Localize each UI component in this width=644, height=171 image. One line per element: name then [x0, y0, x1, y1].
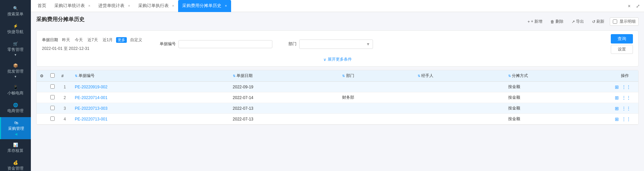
- export-button[interactable]: ↗ 导出: [569, 17, 587, 26]
- edit-icon[interactable]: ⋮⋮: [622, 84, 631, 90]
- retail-icon: 🛒: [13, 41, 18, 46]
- add-label: + 新增: [531, 19, 542, 24]
- chevron-down-icon: ▼: [14, 53, 17, 57]
- select-all-checkbox[interactable]: [50, 73, 55, 78]
- close-icon[interactable]: ×: [225, 4, 227, 8]
- sidebar-item-finance[interactable]: 💰 资金管理: [0, 157, 31, 171]
- table-body: 1 PE-20220919-002 2022-09-19 按金额 ⊞ ⋮⋮ 2 …: [37, 82, 638, 124]
- sidebar-item-ecommerce[interactable]: 🌐 电商管理: [0, 99, 31, 117]
- sidebar-item-label: 搜索菜单: [7, 11, 23, 17]
- row-gear-cell: [37, 82, 47, 92]
- row-bill-no-cell[interactable]: PE-20220919-002: [71, 82, 229, 92]
- handler-th[interactable]: ⇅ 经手人: [414, 70, 505, 82]
- sort-icon: ⇅: [342, 74, 345, 78]
- view-icon[interactable]: ⊞: [615, 95, 619, 100]
- row-split-method-cell: 按金额: [505, 82, 611, 92]
- data-table: ⚙ # ⇅ 单据编号 ⇅ 单据日期: [36, 70, 639, 125]
- edit-icon[interactable]: ⋮⋮: [622, 116, 631, 122]
- delete-button[interactable]: 🗑 删除: [548, 17, 566, 26]
- row-date-cell: 2022-07-13: [229, 114, 339, 124]
- row-checkbox[interactable]: [50, 106, 55, 110]
- purchase-icon: 🛍: [14, 120, 18, 125]
- row-split-method-cell: 按金额: [505, 92, 611, 103]
- close-icon[interactable]: ×: [88, 4, 90, 8]
- expand-more-button[interactable]: ∨ 展开更多条件: [321, 56, 355, 63]
- table-row: 4 PE-20220713-001 2022-07-13 按金额 ⊞ ⋮⋮: [37, 114, 638, 124]
- row-split-method-cell: 按金额: [505, 114, 611, 124]
- num-th: #: [58, 70, 71, 82]
- month-shortcut[interactable]: 近1月: [101, 37, 114, 43]
- maximize-button[interactable]: ⤢: [635, 3, 641, 9]
- sidebar-item-search[interactable]: 🔍 搜索菜单: [0, 3, 31, 20]
- yesterday-shortcut[interactable]: 昨天: [61, 37, 71, 43]
- show-cols-checkbox[interactable]: [613, 19, 617, 24]
- more-shortcut[interactable]: 更多: [116, 37, 127, 43]
- toolbar: + + 新增 🗑 删除 ↗ 导出 ↺ 刷新 显示明细: [525, 17, 639, 26]
- chevron-down-icon: ▼: [14, 75, 17, 78]
- settings-button[interactable]: 设置: [611, 45, 633, 54]
- close-icon[interactable]: ×: [172, 4, 174, 8]
- tab-label: 采购订单执行表: [138, 3, 169, 9]
- tab-label: 进货单统计表: [98, 3, 124, 9]
- refresh-button[interactable]: ↺ 刷新: [589, 17, 607, 26]
- edit-icon[interactable]: ⋮⋮: [622, 95, 631, 100]
- col-label: 单据编号: [78, 73, 95, 78]
- table-row: 3 PE-20220713-003 2022-07-13 按金额 ⊞ ⋮⋮: [37, 103, 638, 114]
- row-handler-cell: [414, 114, 505, 124]
- sidebar-item-purchase[interactable]: 🛍 采购管理 ◀: [0, 117, 31, 139]
- split-method-th[interactable]: ⇅ 分摊方式: [505, 70, 611, 82]
- sidebar: 🔍 搜索菜单 ⚡ 快捷导航 🛒 零售管理 ▼ 📦 批发管理 ▼ 📱 小畅电商 🌐…: [0, 0, 31, 171]
- expand-label: 展开更多条件: [328, 57, 352, 62]
- sidebar-item-wholesale[interactable]: 📦 批发管理 ▼: [0, 60, 31, 82]
- today-shortcut[interactable]: 今天: [73, 37, 84, 43]
- gear-icon[interactable]: ⚙: [40, 74, 44, 78]
- tab-home[interactable]: 首页: [34, 0, 50, 12]
- table-header: ⚙ # ⇅ 单据编号 ⇅ 单据日期: [37, 70, 638, 82]
- sidebar-item-label: 小畅电商: [7, 90, 23, 96]
- row-bill-no-cell[interactable]: PE-20220713-001: [71, 114, 229, 124]
- bill-no-label: 单据编号: [160, 41, 176, 47]
- query-button[interactable]: 查询: [611, 34, 633, 44]
- row-bill-no-cell[interactable]: PE-20220713-003: [71, 103, 229, 114]
- row-checkbox[interactable]: [50, 116, 55, 121]
- ecommerce-icon: 🌐: [13, 103, 18, 107]
- bill-no-th[interactable]: ⇅ 单据编号: [71, 70, 229, 82]
- dept-select[interactable]: ▼: [299, 39, 373, 49]
- add-button[interactable]: + + 新增: [525, 17, 545, 26]
- row-dept-cell: [339, 114, 414, 124]
- close-icon[interactable]: ×: [128, 4, 130, 8]
- add-icon: +: [528, 19, 530, 24]
- date-th[interactable]: ⇅ 单据日期: [229, 70, 339, 82]
- view-icon[interactable]: ⊞: [615, 106, 619, 111]
- tab-purchase-order-stat[interactable]: 采购订单统计表 ×: [50, 0, 94, 12]
- row-dept-cell: [339, 82, 414, 92]
- show-cols-button[interactable]: 显示明细: [610, 17, 639, 26]
- week-shortcut[interactable]: 近7天: [86, 37, 99, 43]
- row-bill-no-cell[interactable]: PE-20220714-001: [71, 92, 229, 103]
- custom-shortcut[interactable]: 自定义: [129, 37, 144, 43]
- dept-th[interactable]: ⇅ 部门: [339, 70, 414, 82]
- view-icon[interactable]: ⊞: [615, 84, 619, 90]
- sidebar-item-mobile[interactable]: 📱 小畅电商: [0, 82, 31, 99]
- expand-more-row: ∨ 展开更多条件: [42, 56, 633, 63]
- tab-label: 首页: [38, 3, 46, 9]
- sidebar-item-inventory[interactable]: 📊 库存核算: [0, 139, 31, 157]
- row-checkbox[interactable]: [50, 95, 55, 99]
- date-range-display[interactable]: 2022-01-01 至 2022-12-31: [42, 46, 89, 52]
- active-indicator: ◀: [15, 132, 17, 136]
- tab-purchase-cost-split[interactable]: 采购费用分摊单历史 ×: [178, 0, 231, 12]
- col-label: 分摊方式: [512, 73, 528, 78]
- table-row: 1 PE-20220919-002 2022-09-19 按金额 ⊞ ⋮⋮: [37, 82, 638, 92]
- tab-inbound-stat[interactable]: 进货单统计表 ×: [94, 0, 134, 12]
- sidebar-item-shortcut[interactable]: ⚡ 快捷导航: [0, 20, 31, 38]
- main-area: 首页 采购订单统计表 × 进货单统计表 × 采购订单执行表 × 采购费用分摊单历…: [31, 0, 644, 171]
- bill-no-input[interactable]: [178, 40, 272, 48]
- view-icon[interactable]: ⊞: [615, 116, 619, 122]
- sidebar-item-label: 资金管理: [7, 166, 23, 171]
- tab-purchase-order-exec[interactable]: 采购订单执行表 ×: [134, 0, 178, 12]
- date-shortcuts: 昨天 今天 近7天 近1月 更多 自定义: [61, 37, 144, 43]
- sidebar-item-retail[interactable]: 🛒 零售管理 ▼: [0, 38, 31, 60]
- close-all-tabs-button[interactable]: ×: [627, 3, 632, 9]
- row-checkbox[interactable]: [50, 84, 55, 89]
- edit-icon[interactable]: ⋮⋮: [622, 106, 631, 111]
